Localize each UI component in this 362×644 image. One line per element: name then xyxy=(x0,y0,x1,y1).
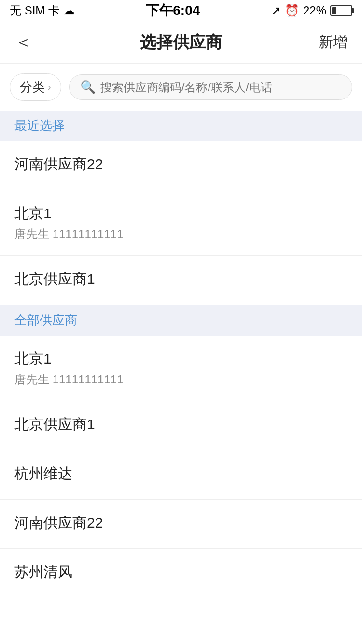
category-label: 分类 xyxy=(20,79,45,96)
supplier-name: 河南供应商22 xyxy=(14,513,348,533)
supplier-list: 最近选择河南供应商22北京1唐先生 11111111111北京供应商1全部供应商… xyxy=(0,111,362,598)
supplier-name: 北京1 xyxy=(14,204,348,224)
list-item[interactable]: 河南供应商22 xyxy=(0,500,362,549)
list-item[interactable]: 北京供应商1 xyxy=(0,401,362,450)
status-time: 下午6:04 xyxy=(146,1,200,20)
list-item[interactable]: 杭州维达 xyxy=(0,450,362,500)
sim-status: 无 SIM 卡 ☁ xyxy=(10,3,75,18)
chevron-icon: › xyxy=(48,82,51,93)
list-item[interactable]: 北京1唐先生 11111111111 xyxy=(0,190,362,256)
list-item[interactable]: 北京1唐先生 11111111111 xyxy=(0,336,362,401)
location-icon: ↗ xyxy=(271,4,281,17)
supplier-name: 杭州维达 xyxy=(14,464,348,484)
list-item[interactable]: 北京供应商1 xyxy=(0,256,362,305)
supplier-name: 北京供应商1 xyxy=(14,269,348,289)
search-box[interactable]: 🔍 xyxy=(69,74,352,100)
status-bar: 无 SIM 卡 ☁ 下午6:04 ↗ ⏰ 22% xyxy=(0,0,362,21)
nav-bar: ＜ 选择供应商 新增 xyxy=(0,21,362,64)
supplier-name: 河南供应商22 xyxy=(14,154,348,174)
page-title: 选择供应商 xyxy=(140,31,222,54)
status-left: 无 SIM 卡 ☁ xyxy=(10,3,75,18)
section-header-all: 全部供应商 xyxy=(0,305,362,336)
back-button[interactable]: ＜ xyxy=(14,30,43,54)
supplier-name: 北京1 xyxy=(14,349,348,369)
status-right: ↗ ⏰ 22% xyxy=(271,4,352,17)
search-icon: 🔍 xyxy=(80,80,96,95)
battery-percent: 22% xyxy=(303,4,326,17)
supplier-name: 苏州清风 xyxy=(14,562,348,582)
supplier-contact: 唐先生 11111111111 xyxy=(14,226,348,242)
list-item[interactable]: 河南供应商22 xyxy=(0,141,362,190)
supplier-contact: 唐先生 11111111111 xyxy=(14,372,348,387)
alarm-icon: ⏰ xyxy=(285,4,299,17)
search-input[interactable] xyxy=(100,81,341,94)
list-item[interactable]: 苏州清风 xyxy=(0,549,362,598)
category-filter[interactable]: 分类 › xyxy=(10,73,61,101)
battery-icon xyxy=(330,5,352,16)
add-button[interactable]: 新增 xyxy=(319,32,348,52)
filter-bar: 分类 › 🔍 xyxy=(0,64,362,111)
supplier-name: 北京供应商1 xyxy=(14,415,348,434)
section-header-recent: 最近选择 xyxy=(0,111,362,141)
